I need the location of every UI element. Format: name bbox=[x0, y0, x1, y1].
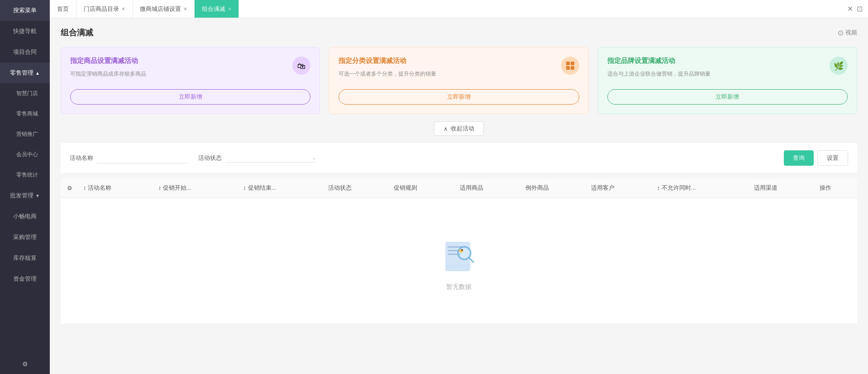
sidebar-item-smart-store[interactable]: 智慧门店 bbox=[0, 83, 50, 104]
sidebar-label-inventory: 库存核算 bbox=[13, 254, 37, 261]
sidebar-label-ecommerce: 小畅电商 bbox=[13, 213, 37, 220]
activity-status-select[interactable]: ⌄ bbox=[225, 153, 316, 163]
category-card-icon bbox=[561, 57, 579, 78]
product-card-desc: 可指定滞销商品或库存较多商品 bbox=[70, 70, 310, 78]
sidebar-label-wholesale-mgmt: 批发管理 bbox=[10, 192, 33, 200]
tab-combo-discount-close[interactable]: × bbox=[228, 6, 231, 12]
category-card-desc: 可选一个或者多个分类，提升分类的销量 bbox=[339, 70, 579, 78]
category-activity-card: 指定分类设置满减活动 可选一个或者多个分类，提升分类的销量 立即新增 bbox=[329, 47, 588, 114]
collapse-activity-btn[interactable]: ∧ 收起活动 bbox=[434, 121, 484, 136]
svg-rect-4 bbox=[571, 62, 574, 65]
sidebar-item-marketing[interactable]: 营销推广 bbox=[0, 124, 50, 144]
product-activity-card: 指定商品设置满减活动 🛍 可指定滞销商品或库存较多商品 立即新增 bbox=[61, 47, 320, 114]
tab-combo-discount[interactable]: 组合满减 × bbox=[195, 0, 239, 18]
table-col-operation: 操作 bbox=[815, 178, 857, 198]
table-col-no-concurrent: ↕ 不允许同时... bbox=[653, 178, 749, 198]
table-col-promo-start: ↕ 促销开始... bbox=[154, 178, 239, 198]
svg-rect-6 bbox=[571, 66, 574, 70]
tab-home[interactable]: 首页 bbox=[50, 0, 76, 18]
setting-button[interactable]: 设置 bbox=[817, 150, 848, 166]
sidebar-item-member-center[interactable]: 会员中心 bbox=[0, 144, 50, 165]
sort-icon-promo-start[interactable]: ↕ bbox=[158, 184, 162, 191]
tab-store-catalog-close[interactable]: × bbox=[122, 6, 125, 12]
activity-status-field: 活动状态 ⌄ bbox=[198, 153, 316, 163]
sidebar-item-ecommerce[interactable]: 小畅电商 bbox=[0, 206, 50, 227]
tab-store-catalog-label: 门店商品目录 bbox=[84, 5, 119, 13]
table-col-applicable-channel: 适用渠道 bbox=[749, 178, 815, 198]
product-card-title: 指定商品设置满减活动 bbox=[70, 57, 310, 65]
sidebar-item-purchase-mgmt[interactable]: 采购管理 bbox=[0, 227, 50, 248]
tab-actions: ✕ ⊡ bbox=[842, 5, 868, 13]
sidebar-item-inventory[interactable]: 库存核算 bbox=[0, 248, 50, 269]
window-restore-icon[interactable]: ⊡ bbox=[857, 5, 863, 13]
search-bar: 活动名称 活动状态 ⌄ 查询 设置 bbox=[61, 143, 857, 173]
empty-illustration bbox=[436, 230, 482, 276]
retail-mgmt-arrow-icon: ▲ bbox=[35, 71, 40, 76]
brand-card-icon: 🌿 bbox=[830, 57, 848, 78]
product-card-add-btn[interactable]: 立即新增 bbox=[70, 89, 310, 105]
product-card-icon: 🛍 bbox=[292, 57, 310, 78]
tab-bar: 首页 门店商品目录 × 微商城店铺设置 × 组合满减 × ✕ ⊡ bbox=[50, 0, 868, 18]
svg-text:🛍: 🛍 bbox=[297, 62, 305, 71]
video-label: 视频 bbox=[845, 29, 857, 37]
activity-name-label: 活动名称 bbox=[70, 154, 93, 162]
brand-card-desc: 适合与上游企业联合做营销，提升品牌销量 bbox=[607, 70, 848, 78]
sidebar-item-retail-stats[interactable]: 零售统计 bbox=[0, 165, 50, 185]
page-header: 组合满减 ⊙ 视频 bbox=[61, 27, 857, 38]
empty-text: 暂无数据 bbox=[446, 283, 472, 291]
sidebar-gear-icon[interactable]: ⚙ bbox=[0, 354, 50, 374]
sidebar-item-retail-mall[interactable]: 零售商城 bbox=[0, 104, 50, 124]
category-card-title: 指定分类设置满减活动 bbox=[339, 57, 579, 65]
collapse-label: 收起活动 bbox=[451, 125, 474, 133]
brand-card-title: 指定品牌设置满减活动 bbox=[607, 57, 848, 65]
sidebar-item-project-contract[interactable]: 项目合同 bbox=[0, 42, 50, 62]
table-col-gear[interactable]: ⚙ bbox=[61, 178, 79, 198]
sort-icon-no-concurrent[interactable]: ↕ bbox=[657, 184, 660, 191]
wholesale-mgmt-arrow-icon: ▼ bbox=[35, 193, 40, 198]
tab-combo-discount-label: 组合满减 bbox=[202, 5, 225, 13]
tab-store-catalog[interactable]: 门店商品目录 × bbox=[76, 0, 133, 18]
table-col-promo-end: ↕ 促销结束... bbox=[238, 178, 324, 198]
table-col-activity-status: 活动状态 bbox=[324, 178, 389, 198]
sidebar-item-search[interactable]: 搜索菜单 bbox=[0, 0, 50, 21]
page-title: 组合满减 bbox=[61, 27, 93, 38]
sidebar-label-quick-nav: 快捷导航 bbox=[13, 28, 37, 34]
activity-status-label: 活动状态 bbox=[198, 154, 222, 162]
sidebar-item-wholesale-mgmt[interactable]: 批发管理 ▼ bbox=[0, 185, 50, 206]
sidebar: 搜索菜单 快捷导航 项目合同 零售管理 ▲ 智慧门店 零售商城 营销推广 会员中… bbox=[0, 0, 50, 374]
sidebar-label-retail-stats: 零售统计 bbox=[16, 172, 38, 178]
activity-name-input[interactable] bbox=[97, 153, 187, 163]
sort-icon-activity-name[interactable]: ↕ bbox=[83, 184, 86, 191]
table-col-exception-goods: 例外商品 bbox=[521, 178, 587, 198]
svg-rect-13 bbox=[448, 254, 461, 255]
svg-rect-5 bbox=[566, 66, 570, 70]
sidebar-item-retail-mgmt[interactable]: 零售管理 ▲ bbox=[0, 62, 50, 83]
query-button[interactable]: 查询 bbox=[784, 150, 814, 166]
sidebar-label-smart-store: 智慧门店 bbox=[16, 90, 38, 96]
video-circle-icon: ⊙ bbox=[838, 29, 844, 37]
tab-wechat-store[interactable]: 微商城店铺设置 × bbox=[133, 0, 195, 18]
table-container: ⚙ ↕ 活动名称 ↕ 促销开始... ↕ 促销结束... bbox=[61, 178, 857, 324]
sidebar-label-purchase-mgmt: 采购管理 bbox=[13, 234, 37, 240]
empty-state: 暂无数据 bbox=[65, 203, 853, 318]
activity-table: ⚙ ↕ 活动名称 ↕ 促销开始... ↕ 促销结束... bbox=[61, 178, 857, 324]
svg-point-2 bbox=[561, 57, 579, 75]
sidebar-item-finance-mgmt[interactable]: 资金管理 bbox=[0, 269, 50, 289]
search-menu-label: 搜索菜单 bbox=[13, 7, 37, 14]
activity-name-field: 活动名称 bbox=[70, 153, 187, 163]
tab-wechat-store-close[interactable]: × bbox=[184, 6, 187, 12]
video-link[interactable]: ⊙ 视频 bbox=[838, 29, 857, 37]
brand-activity-card: 指定品牌设置满减活动 🌿 适合与上游企业联合做营销，提升品牌销量 立即新增 bbox=[598, 47, 857, 114]
sidebar-item-quick-nav[interactable]: 快捷导航 bbox=[0, 21, 50, 42]
collapse-bar: ∧ 收起活动 bbox=[61, 121, 857, 136]
sidebar-label-retail-mgmt: 零售管理 bbox=[10, 69, 33, 77]
table-col-promo-rule: 促销规则 bbox=[389, 178, 455, 198]
activity-status-arrow-icon: ⌄ bbox=[312, 155, 316, 160]
tab-home-label: 首页 bbox=[57, 5, 69, 13]
sort-icon-promo-end[interactable]: ↕ bbox=[243, 184, 246, 191]
category-card-add-btn[interactable]: 立即新增 bbox=[339, 89, 579, 105]
brand-card-add-btn[interactable]: 立即新增 bbox=[607, 89, 848, 105]
svg-point-18 bbox=[461, 249, 463, 251]
window-close-icon[interactable]: ✕ bbox=[847, 5, 853, 13]
table-empty-row: 暂无数据 bbox=[61, 198, 857, 324]
